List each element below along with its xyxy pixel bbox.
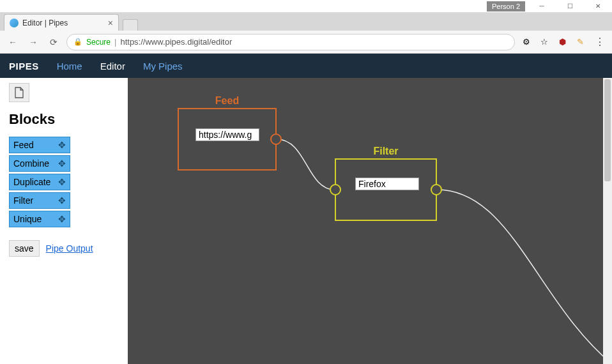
block-label: Filter [13,195,33,206]
block-label: Combine [13,158,49,169]
move-icon: ✥ [58,214,66,224]
sidebar: Blocks Feed ✥ Combine ✥ Duplicate ✥ Filt… [0,78,128,364]
scrollbar-thumb[interactable] [604,79,611,181]
pipe-output-link[interactable]: Pipe Output [46,243,93,254]
node-title: Filter [373,146,398,157]
separator: | [114,37,116,47]
ublock-icon[interactable]: ⬢ [556,36,569,49]
profile-badge[interactable]: Person 2 [487,1,525,11]
back-button[interactable]: ← [5,34,20,50]
nav-mypipes[interactable]: My Pipes [143,61,183,72]
save-button[interactable]: save [9,240,40,257]
editor-canvas[interactable]: Feed Filter [128,78,612,364]
node-feed[interactable]: Feed [178,108,277,171]
feed-output-port[interactable] [270,133,282,145]
forward-button[interactable]: → [26,34,41,50]
filter-output-port[interactable] [431,184,442,195]
block-combine[interactable]: Combine ✥ [9,155,70,172]
move-icon: ✥ [58,177,66,187]
blocks-heading: Blocks [9,111,119,128]
tab-title: Editor | Pipes [22,19,68,27]
address-bar[interactable]: 🔒 Secure | https://www.pipes.digital/edi… [66,34,515,50]
node-filter[interactable]: Filter [335,158,437,221]
node-title: Feed [215,95,239,107]
move-icon: ✥ [58,140,66,150]
lock-icon: 🔒 [73,38,82,46]
app-main: Blocks Feed ✥ Combine ✥ Duplicate ✥ Filt… [0,78,612,364]
new-tab-button[interactable] [123,19,138,31]
filter-input-port[interactable] [330,184,341,195]
file-icon [14,87,24,98]
vertical-scrollbar[interactable] [603,78,612,364]
block-feed[interactable]: Feed ✥ [9,137,70,153]
secure-label: Secure [86,38,111,47]
move-icon: ✥ [58,195,66,206]
maximize-button[interactable]: ☐ [556,0,584,13]
close-window-button[interactable]: ✕ [584,0,612,13]
star-icon[interactable]: ☆ [538,36,551,49]
nav-editor[interactable]: Editor [100,61,125,72]
browser-toolbar: ← → ⟳ 🔒 Secure | https://www.pipes.digit… [0,31,612,54]
block-unique[interactable]: Unique ✥ [9,211,70,227]
minimize-button[interactable]: ─ [528,0,556,13]
reload-button[interactable]: ⟳ [46,34,61,50]
block-label: Unique [13,214,42,224]
url-text: https://www.pipes.digital/editor [120,37,232,47]
move-icon: ✥ [58,158,66,169]
feed-url-input[interactable] [195,128,259,141]
extension-icon-2[interactable]: ✎ [574,36,586,49]
block-filter[interactable]: Filter ✥ [9,192,70,209]
tab-favicon [10,19,19,27]
block-label: Duplicate [13,177,50,187]
browser-tabstrip: Editor | Pipes × [0,13,612,31]
nav-home[interactable]: Home [57,61,82,72]
brand[interactable]: PIPES [9,61,39,72]
block-label: Feed [13,140,34,150]
filter-text-input[interactable] [355,178,419,190]
menu-button[interactable]: ⋮ [592,34,607,50]
close-tab-icon[interactable]: × [108,18,113,28]
block-duplicate[interactable]: Duplicate ✥ [9,174,70,190]
app-navbar: PIPES Home Editor My Pipes [0,54,612,78]
browser-tab[interactable]: Editor | Pipes × [4,14,119,31]
extension-icon-1[interactable]: ⚙ [520,36,533,49]
window-titlebar: Person 2 ─ ☐ ✕ [0,0,612,13]
new-file-button[interactable] [9,83,29,102]
